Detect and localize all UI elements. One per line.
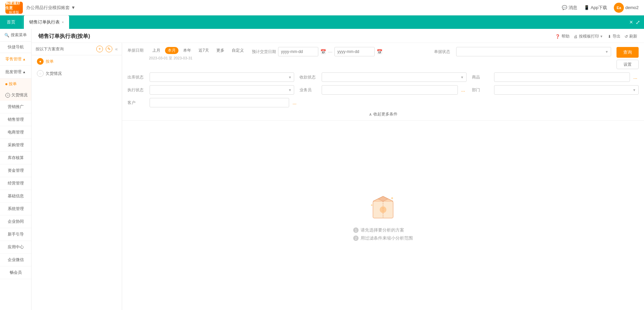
receipt-select[interactable]: [322, 72, 466, 82]
user-profile[interactable]: Ea demo2: [614, 3, 639, 13]
refresh-button[interactable]: ↺ 刷新: [625, 34, 637, 39]
sidebar-item-purchase[interactable]: 采购管理: [0, 139, 31, 152]
date-btn-this-year[interactable]: 本年: [180, 47, 194, 54]
customer-dots-button[interactable]: ...: [291, 100, 298, 105]
expected-date-label: 预计交货日期: [252, 49, 276, 55]
active-scheme-dot: ●: [37, 58, 44, 65]
date-separator: —: [328, 49, 332, 54]
sidebar-item-wholesale[interactable]: 批发管理 ▲: [0, 66, 31, 79]
expected-date-start-input[interactable]: [278, 47, 318, 56]
goods-input[interactable]: [494, 72, 630, 82]
app-selector[interactable]: 办公用品行业模拟账套 ▼: [26, 5, 75, 11]
sidebar-item-finance[interactable]: 资金管理: [0, 164, 31, 177]
filter-row-2: 出库状态 ▼ 收款状态 ▼: [127, 72, 639, 82]
exec-select[interactable]: [150, 85, 294, 95]
receipt-select-wrapper: ▼: [322, 72, 466, 82]
tab-bar-right: × ⤢: [629, 19, 644, 26]
settings-button[interactable]: 设置: [616, 60, 639, 69]
sidebar-item-sales-label: 销售管理: [8, 117, 24, 122]
dept-select[interactable]: [494, 85, 639, 95]
refresh-icon: ↺: [625, 34, 628, 39]
sidebar-item-retail[interactable]: 零售管理 ▲: [0, 53, 31, 66]
dept-select-wrapper: ▼: [494, 85, 639, 95]
salesman-dots-button[interactable]: ...: [460, 87, 467, 93]
date-filter-buttons: 单据日期 上月 本月 本年 近7天 更多 自定义: [127, 47, 247, 54]
customer-input[interactable]: [150, 98, 289, 107]
sidebar-item-wholesale-label: 批发管理: [5, 69, 21, 75]
export-button[interactable]: ⬇ 导出: [608, 34, 621, 39]
calendar-end-icon[interactable]: 📅: [377, 49, 382, 54]
active-dot-icon: [5, 83, 7, 85]
sidebar-item-system[interactable]: 系统管理: [0, 203, 31, 215]
collapse-filter-button[interactable]: ∧ 收起更多条件: [127, 109, 639, 118]
export-icon: ⬇: [608, 34, 611, 39]
sidebar-item-inventory[interactable]: 库存核算: [0, 152, 31, 164]
logo-text: 畅捷通好生意: [5, 1, 23, 10]
collapse-left-panel-button[interactable]: «: [115, 46, 118, 52]
app-logo: 畅捷通好生意 标准版: [5, 2, 23, 14]
dept-label: 部门: [472, 87, 492, 93]
svg-point-2: [380, 206, 386, 213]
print-main[interactable]: 🖨 按模板打印: [574, 34, 599, 39]
sidebar-item-newbie[interactable]: 新手引导: [0, 228, 31, 241]
content-area: 销售订单执行表(按单) ❓ 帮助 🖨 按模板打印 ▼ ⬇ 导出: [32, 29, 644, 310]
svg-text:✦: ✦: [370, 203, 373, 207]
print-button[interactable]: 🖨 按模板打印 ▼: [574, 34, 604, 39]
sidebar-sub-item-debt[interactable]: ○ 欠货情况: [0, 90, 31, 101]
sidebar-item-appstore[interactable]: 应用中心: [0, 241, 31, 254]
goods-label: 商品: [472, 74, 492, 80]
sidebar-item-operation[interactable]: 经营管理: [0, 177, 31, 190]
tab-sales-order[interactable]: 销售订单执行表 ×: [24, 15, 69, 29]
exec-field: 执行状态 ▼: [127, 85, 294, 95]
date-btn-more[interactable]: 更多: [214, 47, 227, 54]
sidebar-item-inventory-label: 库存核算: [8, 155, 24, 161]
sidebar-quick-nav[interactable]: 快捷导航: [0, 42, 31, 53]
sidebar-item-basic[interactable]: 基础信息: [0, 190, 31, 203]
date-btn-custom[interactable]: 自定义: [229, 47, 247, 54]
sidebar-item-sales[interactable]: 销售管理: [0, 113, 31, 126]
sidebar-item-marketing-label: 营销推广: [8, 104, 24, 110]
help-button[interactable]: ❓ 帮助: [555, 34, 570, 39]
help-icon: ❓: [555, 34, 560, 39]
left-panel-item-press-label: 按单: [46, 59, 54, 64]
receipt-label: 收款状态: [300, 74, 320, 80]
split-layout: 按以下方案查询 + ✎ « ● 按单 ○: [32, 43, 644, 310]
window-fullscreen-button[interactable]: ⤢: [636, 19, 640, 25]
print-arrow-icon[interactable]: ▼: [599, 35, 604, 38]
sidebar-search[interactable]: 🔍 搜索菜单: [0, 29, 31, 42]
empty-state: ✦ ✦ 1 请先选择要分析的方案 2 用过滤条件来缩小分析范围: [353, 190, 413, 241]
top-bar: 畅捷通好生意 标准版 办公用品行业模拟账套 ▼ 💬 消息 📱 App下载 Ea …: [0, 0, 644, 15]
salesman-input[interactable]: [322, 85, 458, 95]
date-filter-group: 单据日期 上月 本月 本年 近7天 更多 自定义 2023-03-01 至 20…: [127, 47, 247, 61]
tab-home[interactable]: 首页: [0, 15, 22, 29]
sidebar-item-marketing[interactable]: 营销推广: [0, 101, 31, 113]
sidebar-sub-item-press[interactable]: 按单: [0, 79, 31, 90]
query-button[interactable]: 查询: [616, 47, 639, 58]
expected-date-end-input[interactable]: [334, 47, 375, 56]
edit-scheme-button[interactable]: ✎: [106, 46, 112, 52]
empty-hint-1: 1 请先选择要分析的方案: [353, 227, 413, 233]
sidebar-item-ecommerce[interactable]: 电商管理: [0, 126, 31, 139]
status-select[interactable]: [456, 47, 611, 56]
left-panel-item-press[interactable]: ● 按单: [32, 55, 122, 67]
app-download-button[interactable]: 📱 App下载: [584, 5, 607, 11]
date-btn-7days[interactable]: 近7天: [196, 47, 212, 54]
exec-select-wrapper: ▼: [150, 85, 294, 95]
svg-text:✦: ✦: [390, 196, 394, 201]
date-btn-last-month[interactable]: 上月: [150, 47, 163, 54]
message-button[interactable]: 💬 消息: [562, 5, 577, 11]
left-panel-item-debt[interactable]: ○ 欠货情况: [32, 67, 122, 80]
sidebar-item-wechat[interactable]: 企业微信: [0, 254, 31, 266]
goods-dots-button[interactable]: ...: [632, 74, 639, 80]
filter-row-1: 单据日期 上月 本月 本年 近7天 更多 自定义 2023-03-01 至 20…: [127, 47, 639, 69]
add-scheme-button[interactable]: +: [96, 46, 103, 52]
delivery-select[interactable]: [150, 72, 294, 82]
tab-close-icon[interactable]: ×: [62, 20, 64, 24]
date-btn-this-month[interactable]: 本月: [165, 47, 178, 54]
sidebar-item-member[interactable]: 畅会员: [0, 266, 31, 279]
sidebar-item-enterprise[interactable]: 企业协同: [0, 215, 31, 228]
window-close-button[interactable]: ×: [629, 19, 633, 26]
sidebar-sub-item-debt-label: 欠货情况: [11, 92, 28, 98]
inactive-scheme-circle: ○: [37, 70, 44, 77]
calendar-start-icon[interactable]: 📅: [320, 49, 326, 54]
